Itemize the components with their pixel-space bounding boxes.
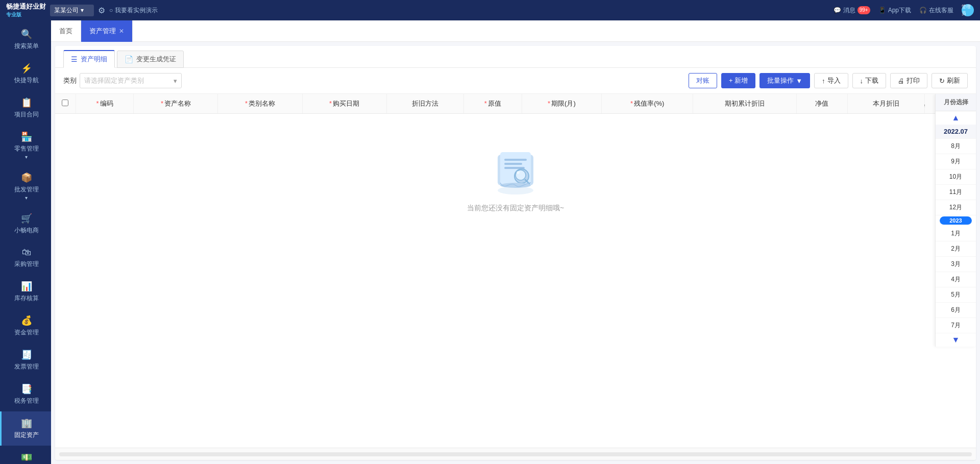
search-icon: 🔍 <box>21 29 32 40</box>
import-button[interactable]: ↑ 导入 <box>814 73 848 88</box>
th-depreciation-method: 折旧方法 <box>386 94 463 114</box>
th-residual-rate: *残值率(%) <box>602 94 693 114</box>
sidebar-item-search[interactable]: 🔍 搜索菜单 <box>0 22 51 57</box>
app-logo: 畅捷通好业财 专业版 <box>6 2 46 18</box>
message-icon: 💬 <box>834 7 841 14</box>
company-selector[interactable]: 某某公司 ▾ <box>50 5 94 16</box>
headset-icon: 🎧 <box>919 7 927 14</box>
messages-button[interactable]: 💬 消息 99+ <box>834 6 870 15</box>
toolbar-right: 对账 + 新增 批量操作 ▼ ↑ 导入 ↓ 下载 🖨 <box>689 73 968 88</box>
th-purchase-date: *购买日期 <box>302 94 386 114</box>
reconcile-button[interactable]: 对账 <box>689 73 717 88</box>
demo-icon: ○ <box>109 7 113 14</box>
mobile-icon: 📱 <box>878 7 886 14</box>
select-all-checkbox[interactable] <box>62 100 68 106</box>
month-item-1[interactable]: 1月 <box>936 226 976 241</box>
month-panel-title: 月份选择 <box>936 94 976 111</box>
sidebar-item-finance[interactable]: 💰 资金管理 <box>0 309 51 343</box>
th-accumulated-depreciation: 期初累计折旧 <box>693 94 796 114</box>
sidebar-item-fixed-assets[interactable]: 🏢 固定资产 <box>0 411 51 446</box>
sidebar-item-ecommerce[interactable]: 🛒 小畅电商 <box>0 207 51 241</box>
salary-icon: 💵 <box>21 452 32 463</box>
tab-home[interactable]: 首页 <box>51 20 81 42</box>
print-button[interactable]: 🖨 打印 <box>890 73 927 88</box>
batch-button[interactable]: 批量操作 ▼ <box>760 73 810 88</box>
month-item-4[interactable]: 4月 <box>936 272 976 287</box>
sidebar-item-invoice[interactable]: 🧾 发票管理 <box>0 343 51 377</box>
top-bar: 畅捷通好业财 专业版 某某公司 ▾ ⚙ ○ 我要看实例演示 💬 消息 99+ 📱… <box>0 0 980 20</box>
year-2023-badge: 2023 <box>940 216 972 225</box>
tab-asset-management[interactable]: 资产管理 ✕ <box>81 20 133 42</box>
sidebar-item-batch[interactable]: 📦 批发管理 ▾ <box>0 166 51 207</box>
batch-arrow-icon: ▼ <box>796 77 802 85</box>
sidebar-item-tax[interactable]: 📑 税务管理 <box>0 377 51 411</box>
th-original-value: *原值 <box>463 94 522 114</box>
sub-tab-asset-detail[interactable]: ☰ 资产明细 <box>63 50 115 68</box>
sidebar: 🔍 搜索菜单 ⚡ 快捷导航 📋 项目合同 🏪 零售管理 ▾ 📦 批发管理 ▾ 🛒… <box>0 20 51 464</box>
month-item-11[interactable]: 11月 <box>936 185 976 200</box>
category-label: 类别 <box>63 76 77 85</box>
add-button[interactable]: + 新增 <box>721 73 755 88</box>
inventory-icon: 📊 <box>21 281 32 292</box>
svg-rect-3 <box>504 159 527 161</box>
sidebar-item-quick-nav[interactable]: ⚡ 快捷导航 <box>0 57 51 91</box>
sidebar-item-project[interactable]: 📋 项目合同 <box>0 91 51 125</box>
svg-rect-4 <box>504 163 522 165</box>
month-item-8[interactable]: 8月 <box>936 139 976 154</box>
import-icon: ↑ <box>822 77 825 85</box>
ecommerce-icon: 🛒 <box>21 213 32 224</box>
page-content: ☰ 资产明细 📄 变更生成凭证 类别 请选择固定资产类别 ▾ <box>55 46 976 460</box>
sub-tab-change-voucher[interactable]: 📄 变更生成凭证 <box>117 51 184 68</box>
sidebar-item-purchase[interactable]: 🛍 采购管理 <box>0 241 51 275</box>
month-item-7[interactable]: 7月 <box>936 318 976 333</box>
top-bar-right: 💬 消息 99+ 📱 App下载 🎧 在线客服 管理员 <box>834 4 974 16</box>
main-container: 🔍 搜索菜单 ⚡ 快捷导航 📋 项目合同 🏪 零售管理 ▾ 📦 批发管理 ▾ 🛒… <box>0 20 980 464</box>
category-select[interactable]: 请选择固定资产类别 ▾ <box>80 73 182 88</box>
top-bar-left: 畅捷通好业财 专业版 某某公司 ▾ ⚙ ○ 我要看实例演示 <box>6 2 158 18</box>
scrollbar-track[interactable] <box>59 452 972 456</box>
tab-bar: 首页 资产管理 ✕ <box>51 20 980 42</box>
bottom-scrollbar <box>55 448 976 460</box>
month-item-9[interactable]: 9月 <box>936 154 976 169</box>
month-up-nav[interactable]: ▲ <box>936 111 976 125</box>
building-icon: 🏢 <box>21 418 32 429</box>
document-icon: 📄 <box>125 55 133 63</box>
sidebar-item-salary[interactable]: 💵 工资 <box>0 446 51 464</box>
dropdown-arrow-icon: ▾ <box>81 7 84 14</box>
month-item-5[interactable]: 5月 <box>936 287 976 303</box>
th-period: *期限(月) <box>522 94 602 114</box>
refresh-button[interactable]: ↻ 刷新 <box>932 73 968 88</box>
tab-close-icon[interactable]: ✕ <box>119 28 124 35</box>
month-item-10[interactable]: 10月 <box>936 169 976 185</box>
purchase-icon: 🛍 <box>22 247 31 258</box>
retail-icon: 🏪 <box>21 131 32 142</box>
print-icon: 🖨 <box>898 77 904 85</box>
refresh-icon: ↻ <box>939 77 945 85</box>
month-item-2[interactable]: 2月 <box>936 241 976 257</box>
customer-service-button[interactable]: 🎧 在线客服 <box>919 6 953 15</box>
demo-button[interactable]: ○ 我要看实例演示 <box>109 6 158 15</box>
month-down-nav[interactable]: ▼ <box>936 333 976 347</box>
chevron-down-icon: ▾ <box>25 154 28 160</box>
content-area: 首页 资产管理 ✕ ☰ 资产明细 📄 变更生成凭证 <box>51 20 980 464</box>
month-item-12[interactable]: 12月 <box>936 200 976 215</box>
download-button[interactable]: ↓ 下载 <box>852 73 887 88</box>
finance-icon: 💰 <box>21 315 32 326</box>
batch-icon: 📦 <box>21 172 32 183</box>
message-badge: 99+ <box>857 6 870 14</box>
th-code: *编码 <box>76 94 134 114</box>
user-avatar[interactable]: 管理员 <box>962 4 974 16</box>
month-panel: 月份选择 ▲ 2022.07 8月 9月 10月 11月 12月 2023 1月… <box>935 94 976 347</box>
settings-icon[interactable]: ⚙ <box>98 6 105 15</box>
empty-illustration <box>485 144 546 196</box>
th-net-value: 净值 <box>796 94 847 114</box>
month-item-6[interactable]: 6月 <box>936 303 976 318</box>
month-item-3[interactable]: 3月 <box>936 257 976 272</box>
tax-icon: 📑 <box>21 383 32 395</box>
chevron-down-icon-2: ▾ <box>25 195 28 201</box>
app-download-button[interactable]: 📱 App下载 <box>878 6 911 15</box>
sidebar-item-retail[interactable]: 🏪 零售管理 ▾ <box>0 125 51 166</box>
sidebar-item-inventory[interactable]: 📊 库存核算 <box>0 275 51 309</box>
month-year-2022[interactable]: 2022.07 <box>936 125 976 139</box>
sub-tab-bar: ☰ 资产明细 📄 变更生成凭证 <box>55 46 976 68</box>
